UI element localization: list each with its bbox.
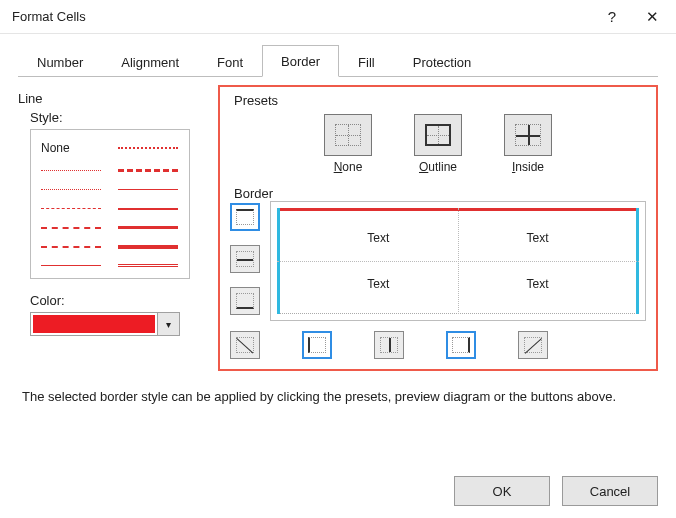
preset-none-icon bbox=[335, 124, 361, 146]
help-button[interactable]: ? bbox=[592, 2, 632, 32]
border-diag-up-button[interactable] bbox=[230, 331, 260, 359]
preview-text: Text bbox=[367, 277, 389, 291]
style-swatch[interactable] bbox=[41, 189, 101, 190]
style-swatch[interactable] bbox=[118, 264, 178, 267]
style-swatch[interactable] bbox=[41, 227, 101, 229]
style-swatch[interactable] bbox=[41, 265, 101, 266]
preset-none[interactable]: None bbox=[318, 114, 378, 174]
close-icon: ✕ bbox=[646, 8, 659, 26]
close-button[interactable]: ✕ bbox=[632, 2, 672, 32]
border-bottom-button[interactable] bbox=[230, 287, 260, 315]
border-right-icon bbox=[452, 337, 470, 353]
line-group-label: Line bbox=[18, 91, 198, 106]
border-hmid-icon bbox=[236, 251, 254, 267]
style-swatch[interactable] bbox=[41, 170, 101, 171]
tab-border[interactable]: Border bbox=[262, 45, 339, 77]
border-right-button[interactable] bbox=[446, 331, 476, 359]
preview-text: Text bbox=[367, 231, 389, 245]
tab-fill[interactable]: Fill bbox=[339, 46, 394, 77]
border-diag-down-button[interactable] bbox=[518, 331, 548, 359]
style-swatch[interactable] bbox=[118, 169, 178, 172]
preset-outline-icon bbox=[425, 124, 451, 146]
style-swatch[interactable] bbox=[118, 226, 178, 229]
color-swatch bbox=[33, 315, 155, 333]
window-title: Format Cells bbox=[12, 9, 592, 24]
border-panel: Presets None Outline Inside Border bbox=[218, 85, 658, 371]
line-panel: Line Style: None Color: bbox=[18, 91, 198, 371]
preset-outline-label: Outline bbox=[419, 160, 457, 174]
style-swatch[interactable] bbox=[118, 189, 178, 190]
tab-number[interactable]: Number bbox=[18, 46, 102, 77]
border-bottom-icon bbox=[236, 293, 254, 309]
preview-text: Text bbox=[527, 277, 549, 291]
style-swatch[interactable] bbox=[118, 147, 178, 149]
border-label: Border bbox=[230, 186, 277, 201]
preset-inside[interactable]: Inside bbox=[498, 114, 558, 174]
preview-text: Text bbox=[527, 231, 549, 245]
border-vmid-icon bbox=[380, 337, 398, 353]
border-left-button[interactable] bbox=[302, 331, 332, 359]
presets-label: Presets bbox=[230, 93, 282, 108]
tab-alignment[interactable]: Alignment bbox=[102, 46, 198, 77]
preset-outline[interactable]: Outline bbox=[408, 114, 468, 174]
preset-inside-label: Inside bbox=[512, 160, 544, 174]
color-label: Color: bbox=[30, 293, 198, 308]
border-diag-up-icon bbox=[236, 337, 254, 353]
cancel-button[interactable]: Cancel bbox=[562, 476, 658, 506]
border-preview[interactable]: Text Text Text Text bbox=[270, 201, 646, 321]
preset-none-label: None bbox=[334, 160, 363, 174]
style-swatch[interactable] bbox=[41, 246, 101, 248]
titlebar: Format Cells ? ✕ bbox=[0, 0, 676, 34]
border-top-icon bbox=[236, 209, 254, 225]
border-top-button[interactable] bbox=[230, 203, 260, 231]
preset-inside-icon bbox=[515, 124, 541, 146]
style-label: Style: bbox=[30, 110, 198, 125]
style-swatch[interactable] bbox=[118, 208, 178, 210]
color-picker[interactable]: ▾ bbox=[30, 312, 180, 336]
help-text: The selected border style can be applied… bbox=[22, 389, 654, 404]
style-swatch[interactable] bbox=[118, 245, 178, 249]
border-diag-down-icon bbox=[524, 337, 542, 353]
preview-hmid bbox=[277, 261, 639, 262]
chevron-down-icon[interactable]: ▾ bbox=[157, 313, 179, 335]
ok-button[interactable]: OK bbox=[454, 476, 550, 506]
border-hmid-button[interactable] bbox=[230, 245, 260, 273]
style-swatch[interactable] bbox=[41, 208, 101, 209]
style-list[interactable]: None bbox=[30, 129, 190, 279]
tab-protection[interactable]: Protection bbox=[394, 46, 491, 77]
tab-font[interactable]: Font bbox=[198, 46, 262, 77]
style-none-option[interactable]: None bbox=[41, 141, 108, 155]
tab-strip: Number Alignment Font Border Fill Protec… bbox=[18, 44, 658, 77]
border-left-icon bbox=[308, 337, 326, 353]
border-vmid-button[interactable] bbox=[374, 331, 404, 359]
